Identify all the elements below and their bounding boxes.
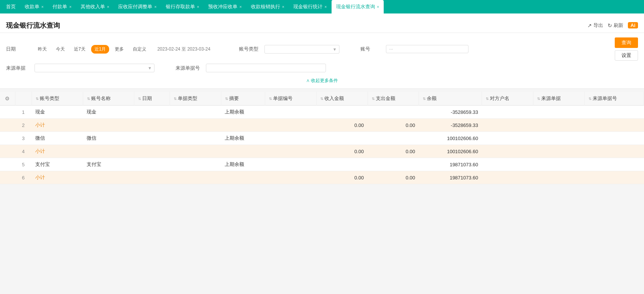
nav-tab-receipt-label: 收款单 (25, 3, 39, 10)
nav-tab-other-income-close[interactable]: × (107, 4, 109, 9)
account-input[interactable]: ··· (386, 45, 468, 53)
source-doc-no-field[interactable] (209, 65, 323, 71)
date-btn-yesterday[interactable]: 昨天 (35, 45, 50, 54)
ai-label: Ai (628, 22, 638, 28)
cell-balance: -3528659.33 (419, 106, 482, 119)
date-options: 昨天 今天 近7天 近1月 更多 自定义 (35, 45, 150, 54)
query-button[interactable]: 查询 (615, 37, 638, 48)
filter-row-date: 日期 昨天 今天 近7天 近1月 更多 自定义 2023-02-24 至 202… (6, 37, 638, 61)
date-btn-7days[interactable]: 近7天 (71, 45, 89, 54)
cell-accountName: 支付宝 (83, 158, 134, 171)
source-doc-select[interactable]: ▾ (35, 64, 155, 72)
collapse-label: 收起更多条件 (311, 78, 338, 83)
cell-docType (170, 158, 221, 171)
col-expense[interactable]: ⇅支出金额 (368, 92, 419, 106)
refresh-icon: ↻ (608, 22, 612, 28)
cell-gear (0, 106, 15, 119)
nav-tab-prepay-offset-close[interactable]: × (239, 4, 242, 9)
col-counterpart[interactable]: ⇅对方户名 (482, 92, 533, 106)
cell-gear (0, 132, 15, 145)
cell-expense: 0.00 (368, 171, 419, 184)
account-dots: ··· (389, 46, 393, 52)
col-date[interactable]: ⇅日期 (134, 92, 170, 106)
nav-tab-other-income-label: 其他收入单 (81, 3, 105, 10)
date-btn-1month[interactable]: 近1月 (91, 45, 110, 54)
account-type-select[interactable]: ▾ (264, 45, 339, 54)
nav-tab-receipt-close[interactable]: × (41, 4, 44, 9)
nav-tab-other-income[interactable]: 其他收入单 × (76, 0, 114, 13)
cell-sourceDocNo (584, 132, 644, 145)
cell-income (316, 106, 368, 119)
col-doc-type[interactable]: ⇅单据类型 (170, 92, 221, 106)
col-summary[interactable]: ⇅摘要 (221, 92, 265, 106)
cell-docType (170, 132, 221, 145)
nav-tab-payment[interactable]: 付款单 × (48, 0, 76, 13)
nav-tab-receipt-verify-close[interactable]: × (282, 4, 284, 9)
date-btn-more[interactable]: 更多 (111, 45, 127, 54)
nav-tab-prepay-offset[interactable]: 预收冲应收单 × (204, 0, 246, 13)
source-doc-label: 来源单据 (6, 65, 29, 72)
cell-expense: 0.00 (368, 145, 419, 158)
collapse-bar[interactable]: ∧ 收起更多条件 (6, 75, 638, 84)
col-doc-no[interactable]: ⇅单据编号 (265, 92, 316, 106)
col-account-type[interactable]: ⇅账号类型 (32, 92, 83, 106)
nav-tab-bank-deposit[interactable]: 银行存取款单 × (161, 0, 204, 13)
nav-tab-receipt[interactable]: 收款单 × (20, 0, 48, 13)
nav-tab-receipt-verify-label: 收款核销执行 (251, 3, 280, 10)
cell-accountName: 微信 (83, 132, 134, 145)
nav-tab-receipt-verify[interactable]: 收款核销执行 × (246, 0, 289, 13)
nav-tab-ar-ap-adjust-close[interactable]: × (154, 4, 156, 9)
table-row: 4小计0.000.00100102606.60 (0, 145, 644, 158)
cell-accountType: 小计 (32, 171, 83, 184)
collapse-icon: ∧ (306, 78, 311, 83)
refresh-button[interactable]: ↻ 刷新 (608, 22, 623, 29)
cell-accountType: 微信 (32, 132, 83, 145)
cell-sourceDocNo (584, 158, 644, 171)
cell-docNo (265, 119, 316, 132)
table-row: 1现金现金上期余额-3528659.33 (0, 106, 644, 119)
cell-date (134, 171, 170, 184)
cell-sourceDocNo (584, 106, 644, 119)
cell-sourceDocNo (584, 171, 644, 184)
account-filter: 账号 ··· (360, 45, 468, 53)
cell-accountName (83, 119, 134, 132)
nav-tab-ar-ap-adjust[interactable]: 应收应付调整单 × (114, 0, 161, 13)
page-header: 现金银行流水查询 ↗ 导出 ↻ 刷新 Ai (0, 13, 644, 33)
date-btn-today[interactable]: 今天 (53, 45, 68, 54)
cell-docType (170, 119, 221, 132)
col-source-doc[interactable]: ⇅来源单据 (533, 92, 585, 106)
nav-tab-cash-bank-flow[interactable]: 现金银行流水查询 × (332, 0, 384, 13)
export-button[interactable]: ↗ 导出 (587, 22, 603, 29)
cell-income: 0.00 (316, 171, 368, 184)
page-title: 现金银行流水查询 (6, 21, 60, 30)
cell-docType (170, 145, 221, 158)
nav-tab-bank-deposit-close[interactable]: × (197, 4, 199, 9)
source-doc-no-input[interactable] (206, 64, 326, 72)
cell-accountName (83, 145, 134, 158)
nav-tab-cash-bank-stats-close[interactable]: × (324, 4, 327, 9)
date-btn-custom[interactable]: 自定义 (129, 45, 150, 54)
nav-tab-payment-close[interactable]: × (69, 4, 71, 9)
cell-accountType: 支付宝 (32, 158, 83, 171)
cell-counterpart (482, 132, 533, 145)
cell-balance: 100102606.60 (419, 145, 482, 158)
cell-summary (221, 119, 265, 132)
account-type-label: 账号类型 (239, 46, 261, 52)
cell-income: 0.00 (316, 119, 368, 132)
col-balance[interactable]: ⇅余额 (419, 92, 482, 106)
settings-button[interactable]: 设置 (615, 50, 638, 61)
col-source-doc-no[interactable]: ⇅来源单据号 (584, 92, 644, 106)
cell-date (134, 132, 170, 145)
col-income[interactable]: ⇅收入金额 (316, 92, 368, 106)
ai-button[interactable]: Ai (628, 22, 638, 28)
nav-tab-cash-bank-stats[interactable]: 现金银行统计 × (289, 0, 331, 13)
cell-sourceDoc (533, 106, 585, 119)
nav-tab-home[interactable]: 首页 (2, 0, 20, 13)
nav-tab-prepay-offset-label: 预收冲应收单 (208, 3, 237, 10)
cell-counterpart (482, 119, 533, 132)
gear-icon[interactable]: ⚙ (5, 96, 10, 101)
nav-tab-cash-bank-flow-close[interactable]: × (377, 4, 379, 9)
col-account-name[interactable]: ⇅账号名称 (83, 92, 134, 106)
cell-sourceDoc (533, 158, 585, 171)
cell-accountName: 现金 (83, 106, 134, 119)
